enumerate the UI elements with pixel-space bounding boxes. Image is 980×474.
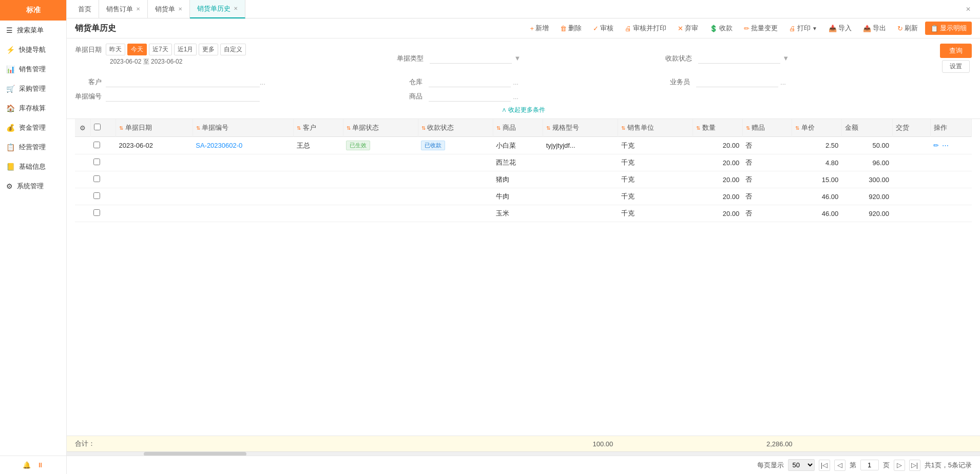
- warehouse-input[interactable]: [429, 77, 511, 87]
- cell-gift: 否: [742, 205, 792, 222]
- date-btn-yesterday[interactable]: 昨天: [106, 44, 125, 55]
- cell-checkbox[interactable]: [90, 171, 116, 188]
- sidebar-item-basic-info[interactable]: 📒 基础信息: [0, 157, 66, 176]
- settings-button[interactable]: 设置: [942, 60, 970, 73]
- tab-sales-goods[interactable]: 销货单 ✕: [148, 0, 190, 18]
- collapse-filter[interactable]: ∧ 收起更多条件: [75, 105, 972, 115]
- select-all-checkbox[interactable]: [94, 124, 101, 130]
- date-btn-custom[interactable]: 自定义: [220, 44, 246, 55]
- col-unit-price[interactable]: ⇅ 单价: [792, 119, 842, 137]
- sidebar-item-purchase-mgmt[interactable]: 🛒 采购管理: [0, 79, 66, 98]
- tab-sales-history[interactable]: 销货单历史 ✕: [190, 0, 245, 18]
- col-amount[interactable]: 金额: [841, 119, 892, 137]
- col-doc-no[interactable]: ⇅ 单据编号: [193, 119, 294, 137]
- pause-icon[interactable]: ⏸: [37, 461, 44, 469]
- edit-action[interactable]: ✏: [933, 142, 939, 149]
- cell-checkbox[interactable]: [90, 205, 116, 222]
- date-btn-today[interactable]: 今天: [127, 44, 147, 55]
- export-button[interactable]: 📤 导出: [859, 22, 890, 35]
- cell-checkbox[interactable]: [90, 188, 116, 205]
- date-btn-more[interactable]: 更多: [199, 44, 218, 55]
- show-detail-button[interactable]: 📋 显示明细: [925, 22, 972, 35]
- row-checkbox[interactable]: [93, 142, 100, 148]
- batch-change-button[interactable]: ✏ 批量变更: [740, 22, 782, 35]
- delete-button[interactable]: 🗑 删除: [556, 22, 586, 35]
- goods-input[interactable]: [429, 91, 511, 102]
- salesman-input[interactable]: [696, 77, 778, 87]
- col-collect-status[interactable]: ⇅ 收款状态: [418, 119, 493, 137]
- page-size-select[interactable]: 50 20 100: [788, 459, 815, 471]
- doc-type-input[interactable]: [430, 53, 512, 64]
- collect-status-input[interactable]: [698, 53, 780, 64]
- col-goods[interactable]: ⇅ 商品: [493, 119, 543, 137]
- close-all-tabs[interactable]: ✕: [960, 6, 976, 13]
- abandon-button[interactable]: ✕ 弃审: [674, 22, 702, 35]
- tab-sales-order[interactable]: 销售订单 ✕: [99, 0, 148, 18]
- audit-button[interactable]: ✓ 审核: [589, 22, 618, 35]
- next-page-button[interactable]: ▷: [894, 460, 905, 471]
- refresh-button[interactable]: ↻ 刷新: [893, 22, 922, 35]
- audit-print-button[interactable]: 🖨 审核并打印: [621, 22, 670, 35]
- delete-icon: 🗑: [560, 25, 567, 32]
- main-content: 首页 销售订单 ✕ 销货单 ✕ 销货单历史 ✕ ✕ 销货单历史 + 新增 🗑 删…: [67, 0, 980, 474]
- sidebar-item-sys-mgmt[interactable]: ⚙ 系统管理: [0, 176, 66, 196]
- collect-button[interactable]: 💲 收款: [705, 22, 737, 35]
- salesman-dots[interactable]: ...: [780, 78, 786, 86]
- new-button[interactable]: + 新增: [526, 22, 553, 35]
- doc-no-input[interactable]: [106, 91, 260, 102]
- sidebar-item-finance[interactable]: 💰 资金管理: [0, 118, 66, 137]
- prev-page-button[interactable]: ◁: [834, 460, 846, 471]
- first-page-button[interactable]: |◁: [819, 460, 830, 471]
- cell-sales-unit: 千克: [618, 205, 693, 222]
- tab-home[interactable]: 首页: [71, 0, 99, 18]
- date-btn-7days[interactable]: 近7天: [149, 44, 172, 55]
- refresh-label: 刷新: [905, 24, 918, 33]
- horizontal-scrollbar[interactable]: [67, 451, 980, 456]
- sidebar-item-search-menu[interactable]: ☰ 搜索菜单: [0, 21, 66, 40]
- print-button[interactable]: 🖨 打印 ▼: [785, 22, 821, 35]
- tab-close-icon[interactable]: ✕: [136, 6, 140, 12]
- cell-checkbox[interactable]: [90, 137, 116, 154]
- row-checkbox[interactable]: [93, 175, 100, 182]
- warehouse-label: 仓库: [396, 77, 427, 87]
- col-sales-unit[interactable]: ⇅ 销售单位: [618, 119, 693, 137]
- cell-checkbox[interactable]: [90, 154, 116, 171]
- col-checkbox[interactable]: [90, 119, 116, 137]
- goods-dots[interactable]: ...: [513, 93, 518, 101]
- row-checkbox[interactable]: [93, 192, 100, 199]
- col-transaction[interactable]: 交货: [892, 119, 930, 137]
- last-page-button[interactable]: ▷|: [909, 460, 920, 471]
- cell-doc-no: [193, 171, 294, 188]
- tab-close-icon[interactable]: ✕: [234, 6, 238, 11]
- date-btn-1month[interactable]: 近1月: [174, 44, 197, 55]
- doc-no-link[interactable]: SA-20230602-0: [196, 142, 242, 149]
- doc-type-label: 单据类型: [397, 54, 428, 63]
- cell-spec-type: [543, 188, 618, 205]
- show-detail-label: 显示明细: [940, 24, 967, 33]
- col-settings[interactable]: ⚙: [75, 119, 90, 137]
- sidebar-item-operations[interactable]: 📋 经营管理: [0, 137, 66, 157]
- cell-amount: 920.00: [841, 205, 892, 222]
- customer-input[interactable]: [106, 77, 260, 87]
- row-checkbox[interactable]: [93, 159, 100, 165]
- row-checkbox[interactable]: [93, 209, 100, 216]
- import-button[interactable]: 📥 导入: [824, 22, 856, 35]
- customer-dots[interactable]: ...: [260, 78, 265, 86]
- sidebar-item-inventory[interactable]: 🏠 库存核算: [0, 98, 66, 118]
- col-customer[interactable]: ⇅ 客户: [294, 119, 343, 137]
- sidebar-item-sales-mgmt[interactable]: 📊 销售管理: [0, 60, 66, 79]
- notification-icon[interactable]: 🔔: [23, 461, 31, 469]
- query-button[interactable]: 查询: [940, 44, 972, 58]
- filter-area: 单据日期 昨天 今天 近7天 近1月 更多 自定义 2023-06-02 至 2…: [67, 38, 980, 119]
- more-action[interactable]: ⋯: [942, 142, 949, 149]
- tab-close-icon[interactable]: ✕: [178, 6, 182, 12]
- warehouse-dots[interactable]: ...: [513, 78, 518, 86]
- col-doc-date[interactable]: ⇅ 单据日期: [116, 119, 193, 137]
- col-quantity[interactable]: ⇅ 数量: [693, 119, 743, 137]
- col-gift[interactable]: ⇅ 赠品: [742, 119, 792, 137]
- sidebar-item-quick-nav[interactable]: ⚡ 快捷导航: [0, 40, 66, 60]
- col-spec-type[interactable]: ⇅ 规格型号: [543, 119, 618, 137]
- page-number-input[interactable]: [860, 460, 879, 470]
- cell-doc-no: SA-20230602-0: [193, 137, 294, 154]
- col-doc-status[interactable]: ⇅ 单据状态: [343, 119, 418, 137]
